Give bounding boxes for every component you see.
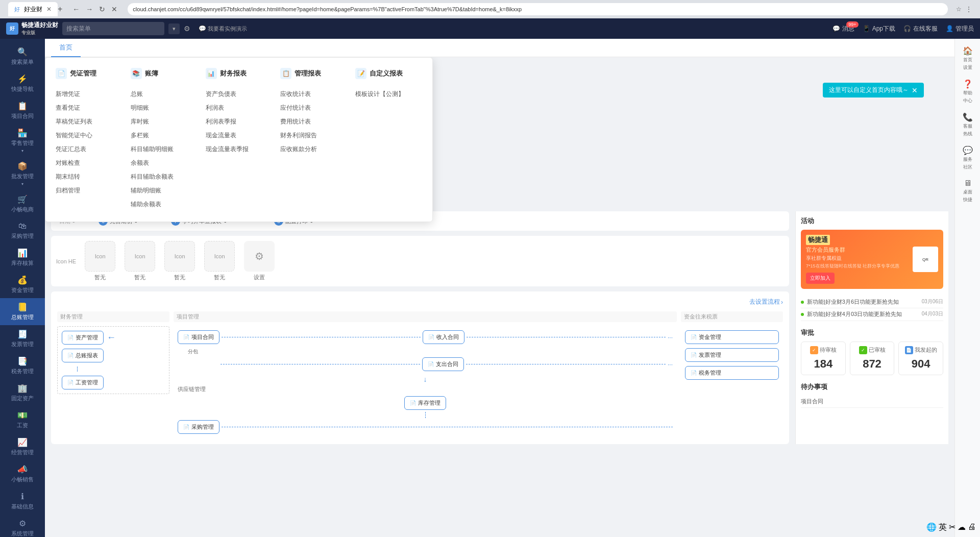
sidebar-item-basic[interactable]: ℹ 基础信息 [0,487,45,515]
icon-card-3[interactable]: Icon 暂无 [162,241,198,281]
menu-item-payable-stat[interactable]: 应付统计表 [280,101,347,115]
sidebar-item-tax[interactable]: 📑 税务管理 [0,352,45,379]
menu-item-period-close[interactable]: 期末结转 [56,170,122,184]
menu-item-profit-report[interactable]: 财务利润报告 [280,129,347,142]
menu-item-reconcile[interactable]: 对账检查 [56,156,122,170]
sidebar-item-invoice[interactable]: 🧾 发票管理 [0,325,45,352]
quick-btn-desktop[interactable]: 🖥 桌面 快捷 [957,176,979,206]
menu-item-expense-stat[interactable]: 费用统计表 [280,115,347,129]
menu-item-balance-sheet[interactable]: 资产负债表 [206,87,273,101]
flow-box-income-contract[interactable]: 📄 收入合同 [423,330,464,344]
news-item-2[interactable]: 新功能|好业财4月03日功能更新抢先知 04月03日 [801,308,943,321]
menu-item-subject-detail[interactable]: 科目辅助明细账 [131,142,198,156]
menu-item-smart-voucher[interactable]: 智能凭证中心 [56,129,122,142]
sidebar-item-assets[interactable]: 🏢 固定资产 [0,379,45,406]
sidebar-item-ecommerce[interactable]: 🛒 小畅电商 [0,190,45,217]
menu-item-general-ledger[interactable]: 总账 [131,87,198,101]
flow-box-salary[interactable]: 📄 工资管理 [62,376,104,389]
icon-card-settings[interactable]: ⚙ 设置 [241,241,277,281]
taskbar-icon-2[interactable]: 英 [939,522,947,533]
menu-item-view-voucher[interactable]: 查看凭证 [56,101,122,115]
sidebar-item-purchase[interactable]: 🛍 采购管理 [0,217,45,244]
menu-item-multi-ledger[interactable]: 多栏账 [131,129,198,142]
menu-item-time-ledger[interactable]: 库时账 [131,115,198,129]
flow-box-assets[interactable]: 📄 资产管理 [62,331,104,345]
menu-item-template-design[interactable]: 模板设计【公测】 [355,87,422,101]
app-download-action[interactable]: 📱 App下载 [863,25,895,33]
sidebar-item-sales[interactable]: 📣 小畅销售 [0,460,45,487]
menu-item-cashflow[interactable]: 现金流量表 [206,129,273,142]
flow-box-ledger-report[interactable]: 📄 总账报表 [62,349,104,362]
menu-item-draft-voucher[interactable]: 草稿凭证列表 [56,115,122,129]
new-tab-button[interactable]: + [58,5,62,14]
more-icon[interactable]: ⋮ [966,6,972,13]
menu-item-new-voucher[interactable]: 新增凭证 [56,87,122,101]
taskbar-icon-4[interactable]: ☁ [958,522,966,533]
demo-link[interactable]: 💬 我要看实例演示 [199,25,247,33]
sidebar-item-finance[interactable]: 💰 资金管理 [0,271,45,298]
menu-item-detail-ledger[interactable]: 明细账 [131,101,198,115]
back-button[interactable]: ← [70,4,82,14]
address-bar[interactable]: cloud.chanjet.com/cc/u6d89qwnryel/57bfsk… [128,3,948,15]
icon-card-4[interactable]: Icon 暂无 [202,241,237,281]
taskbar-icon-5[interactable]: 🖨 [968,522,976,533]
flow-setup-link[interactable]: 去设置流程 › [749,298,783,306]
approval-card-approved[interactable]: ✓ 已审核 872 [850,341,895,375]
forward-button[interactable]: → [84,4,95,14]
close-tip-btn[interactable]: ✕ [912,86,918,94]
browser-tab[interactable]: 好 好业财 ✕ [8,2,58,16]
menu-item-receivable-stat[interactable]: 应收统计表 [280,87,347,101]
taskbar-icon-3[interactable]: ✂ [949,522,955,533]
sidebar-item-quicknav[interactable]: ⚡ 快捷导航 [0,70,45,97]
menu-item-balance[interactable]: 余额表 [131,156,198,170]
menu-item-income-stmt[interactable]: 利润表 [206,101,273,115]
menu-item-cashflow-quarterly[interactable]: 现金流量表季报 [206,142,273,156]
menu-item-aux-balance[interactable]: 辅助余额表 [131,198,198,211]
menu-item-archive[interactable]: 归档管理 [56,184,122,198]
bookmark-icon[interactable]: ☆ [956,6,962,13]
search-expand-btn[interactable]: ▾ [168,23,180,34]
flow-box-tax-mgmt[interactable]: 📄 税务管理 [685,366,779,380]
flow-box-project-contract[interactable]: 📄 项目合同 [178,330,219,344]
sidebar-item-inventory[interactable]: 📊 库存核算 [0,244,45,271]
sidebar-item-project[interactable]: 📋 项目合同 [0,97,45,124]
menu-item-aux-detail[interactable]: 辅助明细账 [131,184,198,198]
quick-btn-home-settings[interactable]: 🏠 首页 设置 [957,43,979,74]
menu-item-income-quarterly[interactable]: 利润表季报 [206,115,273,129]
flow-box-expense-contract[interactable]: 📄 支出合同 [422,357,464,371]
delete-button[interactable]: ✕ [109,4,119,14]
icon-card-1[interactable]: Icon 暂无 [82,241,118,281]
tab-close-btn[interactable]: ✕ [46,6,52,13]
service-action[interactable]: 🎧 在线客服 [903,25,938,33]
settings-top-btn[interactable]: ⚙ [184,25,190,33]
menu-item-voucher-summary[interactable]: 凭证汇总表 [56,142,122,156]
icon-card-2[interactable]: Icon 暂无 [122,241,158,281]
flow-box-capital[interactable]: 📄 资金管理 [685,330,779,344]
sidebar-item-system[interactable]: ⚙ 系统管理 [0,515,45,537]
menu-item-subject-balance[interactable]: 科目辅助余额表 [131,170,198,184]
message-action[interactable]: 💬 消息 99+ [832,25,854,33]
refresh-button[interactable]: ↻ [97,4,107,14]
sidebar-item-search[interactable]: 🔍 搜索菜单 [0,43,45,70]
sidebar-item-salary[interactable]: 💵 工资 [0,406,45,433]
news-item-1[interactable]: 新功能|好业财3月6日功能更新抢先知 03月06日 [801,296,943,308]
tab-home[interactable]: 首页 [51,39,81,57]
sidebar-item-wholesale[interactable]: 📦 批发管理 ▾ [0,157,45,190]
sidebar-item-retail[interactable]: 🏪 零售管理 ▾ [0,124,45,157]
sidebar-item-operations[interactable]: 📈 经营管理 [0,433,45,460]
quick-btn-community[interactable]: 💬 服务 社区 [957,142,979,174]
quick-btn-help[interactable]: ❓ 帮助 中心 [957,76,979,107]
approval-card-mysubmit[interactable]: 📄 我发起的 904 [898,341,943,375]
menu-item-receivable-analysis[interactable]: 应收账款分析 [280,142,347,156]
join-btn[interactable]: 立即加入 [806,273,835,284]
quick-btn-service[interactable]: 📞 客服 热线 [957,109,979,140]
flow-box-purchase[interactable]: 📄 采购管理 [178,420,219,434]
top-search-input[interactable] [62,22,164,35]
user-action[interactable]: 👤 管理员 [946,25,974,33]
flow-box-inventory[interactable]: 📄 库存管理 [404,396,446,410]
approval-card-pending[interactable]: ✓ 待审核 184 [801,341,846,375]
sidebar-item-ledger[interactable]: 📒 总账管理 [0,298,45,325]
todo-item-1[interactable]: 项目合同 [801,396,943,408]
taskbar-icon-1[interactable]: 🌐 [926,522,937,533]
flow-box-invoice-mgmt[interactable]: 📄 发票管理 [685,348,779,362]
